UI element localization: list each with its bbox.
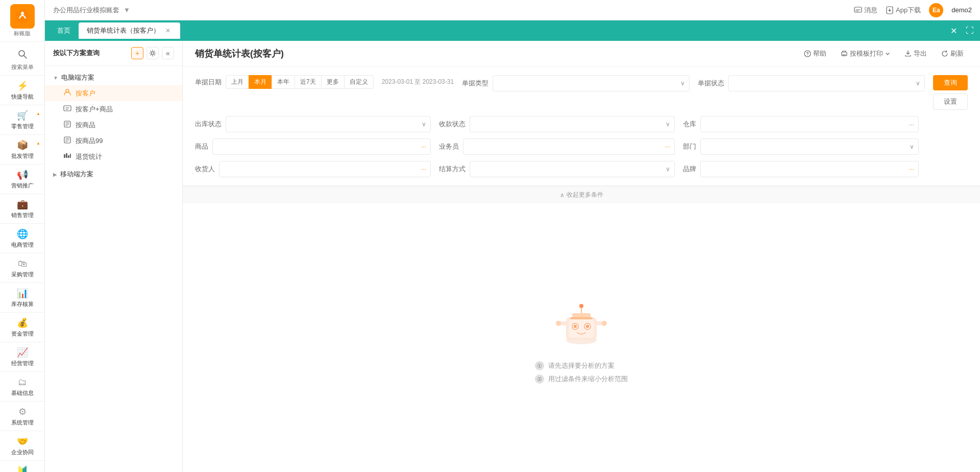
product-control[interactable]: ··· bbox=[212, 138, 431, 155]
collection-status-control[interactable]: ∨ bbox=[470, 116, 675, 132]
date-btn-7days[interactable]: 近7天 bbox=[295, 75, 321, 89]
operations-icon: 📈 bbox=[16, 346, 29, 359]
tab-close-btn[interactable]: ✕ bbox=[164, 27, 172, 35]
tab-close-all-btn[interactable]: ✕ bbox=[947, 25, 960, 37]
sidebar-item-finance[interactable]: 💰 资金管理 bbox=[0, 313, 44, 342]
sidebar-item-inventory[interactable]: 📊 库存核算 bbox=[0, 283, 44, 313]
return-stats-icon bbox=[63, 152, 71, 161]
sidebar-item-base[interactable]: 🗂 基础信息 bbox=[0, 372, 44, 402]
sidebar-item-enterprise[interactable]: 🤝 企业协同 bbox=[0, 431, 44, 461]
finance-icon: 💰 bbox=[16, 317, 29, 329]
return-stats-label: 退货统计 bbox=[76, 152, 102, 161]
app-download-label: App下载 bbox=[896, 6, 921, 15]
tip-num-1: ① bbox=[535, 361, 544, 370]
tree-group-mobile-label: 移动端方案 bbox=[60, 170, 93, 179]
salesperson-label: 业务员 bbox=[439, 142, 459, 151]
tree-chevron-mobile: ▶ bbox=[53, 172, 57, 177]
order-type-label: 单据类型 bbox=[462, 79, 488, 88]
sidebar-item-marketing[interactable]: 📢 营销推广 bbox=[0, 164, 44, 194]
logo-icon bbox=[10, 4, 35, 29]
brand-control[interactable]: ··· bbox=[700, 161, 919, 177]
export-label: 导出 bbox=[914, 49, 927, 58]
tab-sales-customer[interactable]: 销货单统计表（按客户） ✕ bbox=[79, 22, 180, 39]
svg-point-16 bbox=[807, 55, 807, 56]
department-label: 部门 bbox=[683, 142, 696, 151]
tree-item-return-stats[interactable]: 退货统计 bbox=[45, 149, 182, 164]
svg-point-1 bbox=[21, 12, 24, 15]
collapse-panel-btn[interactable]: « bbox=[162, 47, 174, 59]
shipment-status-control[interactable]: ∨ bbox=[226, 116, 431, 132]
date-btn-last-month[interactable]: 上月 bbox=[226, 75, 249, 89]
dropdown-icon[interactable]: ▼ bbox=[124, 6, 130, 14]
sidebar-item-shortcut[interactable]: ⚡ 快捷导航 bbox=[0, 76, 44, 105]
tree-group-mobile-header[interactable]: ▶ 移动端方案 bbox=[45, 167, 182, 182]
tab-bar: 首页 销货单统计表（按客户） ✕ ✕ ⛶ bbox=[45, 20, 980, 41]
tree-item-by-product-99[interactable]: 按商品99 bbox=[45, 133, 182, 149]
sidebar-item-retail[interactable]: 🛒 零售管理 bbox=[0, 105, 44, 135]
svg-rect-14 bbox=[70, 154, 71, 158]
by-product-icon bbox=[63, 120, 71, 130]
sidebar-item-operations[interactable]: 📈 经营管理 bbox=[0, 342, 44, 372]
export-btn[interactable]: 导出 bbox=[900, 47, 931, 60]
settings-scheme-btn[interactable] bbox=[146, 47, 159, 59]
empty-tips: ① 请先选择要分析的方案 ② 用过滤条件来缩小分析范围 bbox=[535, 361, 628, 384]
tree-item-by-customer-product[interactable]: 按客户+商品 bbox=[45, 101, 182, 117]
tab-maximize-btn[interactable]: ⛶ bbox=[964, 25, 976, 37]
collapse-row[interactable]: ∧ 收起更多条件 bbox=[183, 186, 980, 203]
help-btn[interactable]: 帮助 bbox=[800, 47, 830, 60]
retail-icon: 🛒 bbox=[16, 109, 29, 122]
sidebar-item-purchase[interactable]: 🛍 采购管理 bbox=[0, 253, 44, 283]
newbie-icon: 🔰 bbox=[16, 465, 29, 472]
settlement-control[interactable]: ∨ bbox=[470, 161, 675, 177]
refresh-btn[interactable]: 刷新 bbox=[937, 47, 968, 60]
logo-text: 标账版 bbox=[14, 30, 31, 37]
settings-btn[interactable]: 设置 bbox=[933, 93, 968, 110]
svg-rect-11 bbox=[64, 154, 65, 158]
sidebar-item-wholesale[interactable]: 📦 批发管理 bbox=[0, 135, 44, 164]
date-btn-this-month[interactable]: 本月 bbox=[249, 75, 272, 89]
tree-item-by-customer[interactable]: 按客户 bbox=[45, 85, 182, 101]
sidebar-item-newbie[interactable]: 🔰 新手引导 bbox=[0, 461, 44, 472]
marketing-icon: 📢 bbox=[16, 169, 29, 181]
tree-group-pc-header[interactable]: ▼ 电脑端方案 bbox=[45, 70, 182, 85]
tip-text-1: 请先选择要分析的方案 bbox=[548, 361, 615, 370]
message-btn[interactable]: 消息 bbox=[854, 6, 877, 15]
recipient-control[interactable]: ··· bbox=[219, 161, 431, 177]
sidebar-logo[interactable]: 标账版 bbox=[0, 0, 44, 42]
date-btn-more[interactable]: 更多 bbox=[321, 75, 344, 89]
retail-label: 零售管理 bbox=[11, 123, 34, 130]
department-control[interactable]: ∨ bbox=[700, 138, 919, 155]
date-btn-this-year[interactable]: 本年 bbox=[272, 75, 295, 89]
svg-point-0 bbox=[15, 9, 30, 23]
salesperson-control[interactable]: ··· bbox=[463, 138, 675, 155]
tab-bar-actions: ✕ ⛶ bbox=[947, 25, 976, 37]
sidebar-item-system[interactable]: ⚙ 系统管理 bbox=[0, 402, 44, 431]
recipient-label: 收货人 bbox=[195, 164, 215, 174]
app-download-btn[interactable]: App下载 bbox=[886, 6, 921, 15]
print-btn[interactable]: 按模板打印 bbox=[837, 47, 894, 60]
avatar-text: Ea bbox=[933, 7, 940, 14]
tree-group-pc: ▼ 电脑端方案 按客户 按客户+商品 bbox=[45, 70, 182, 164]
sidebar-item-ecommerce[interactable]: 🌐 电商管理 bbox=[0, 224, 44, 253]
user-name[interactable]: demo2 bbox=[951, 6, 972, 14]
order-status-control[interactable]: ∨ bbox=[728, 75, 925, 91]
content-area: 按以下方案查询 + « ▼ 电脑端方案 bbox=[45, 41, 980, 472]
ecommerce-label: 电商管理 bbox=[11, 241, 34, 249]
enterprise-label: 企业协同 bbox=[11, 449, 34, 456]
add-scheme-btn[interactable]: + bbox=[131, 47, 143, 59]
left-panel-header: 按以下方案查询 + « bbox=[45, 41, 182, 66]
by-customer-label: 按客户 bbox=[76, 89, 95, 98]
order-type-control[interactable]: ∨ bbox=[493, 75, 689, 91]
tree-item-by-product[interactable]: 按商品 bbox=[45, 117, 182, 133]
sidebar-item-sales[interactable]: 💼 销售管理 bbox=[0, 194, 44, 224]
settlement-label: 结算方式 bbox=[439, 164, 465, 174]
warehouse-control[interactable]: ··· bbox=[700, 116, 919, 132]
enterprise-icon: 🤝 bbox=[16, 435, 29, 447]
query-btn[interactable]: 查询 bbox=[933, 75, 968, 90]
tab-home[interactable]: 首页 bbox=[49, 22, 79, 39]
product-more: ··· bbox=[421, 143, 426, 150]
tip-text-2: 用过滤条件来缩小分析范围 bbox=[548, 374, 628, 384]
date-btn-custom[interactable]: 自定义 bbox=[344, 75, 374, 89]
system-label: 系统管理 bbox=[11, 419, 34, 427]
sidebar-search-item[interactable]: 搜索菜单 bbox=[0, 42, 44, 76]
